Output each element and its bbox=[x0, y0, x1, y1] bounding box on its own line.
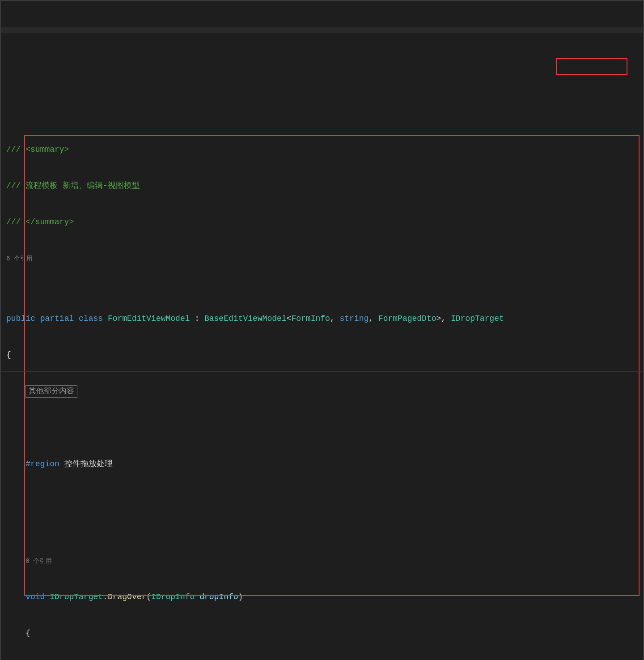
tab-strip bbox=[1, 27, 643, 33]
codelens-refs[interactable]: 0 个引用 bbox=[25, 558, 52, 565]
collapsed-region[interactable]: 其他部分内容 bbox=[25, 385, 77, 398]
editor-guide-line bbox=[1, 371, 643, 372]
xmldoc-open: /// <summary> bbox=[6, 145, 69, 154]
codelens-refs[interactable]: 6 个引用 bbox=[6, 255, 33, 262]
xmldoc-body: /// 流程模板 新增、编辑-视图模型 bbox=[6, 181, 140, 190]
highlight-box-interface bbox=[556, 58, 627, 75]
interface-name: IDropTarget bbox=[451, 314, 504, 323]
code-editor[interactable]: /// <summary> /// 流程模板 新增、编辑-视图模型 /// </… bbox=[0, 0, 644, 660]
method-dragover: void IDropTarget.DragOver(IDropInfo drop… bbox=[1, 591, 643, 603]
region-keyword: #region bbox=[25, 460, 59, 468]
region-label: 控件拖放处理 bbox=[64, 460, 113, 468]
class-declaration: public partial class FormEditViewModel :… bbox=[1, 313, 643, 325]
highlight-box-region bbox=[24, 135, 640, 596]
xmldoc-close: /// </summary> bbox=[6, 217, 74, 226]
